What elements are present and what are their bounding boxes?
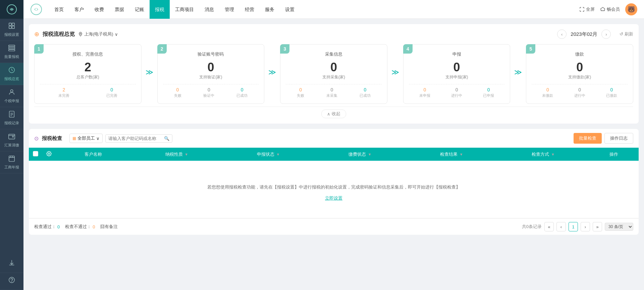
stat-item: 0 已缴款 <box>606 87 617 98</box>
filter-tag[interactable]: ▼ <box>551 152 555 156</box>
filter-tag[interactable]: ▼ <box>276 152 280 156</box>
batch-tax-icon <box>8 44 15 53</box>
stat-val: 0 <box>578 87 581 92</box>
sidebar-item-label: 批量报税 <box>4 54 19 59</box>
stat-val: 0 <box>110 87 113 92</box>
collapse-btn[interactable]: ∧ 收起 <box>321 110 346 118</box>
filter-tag[interactable]: ▼ <box>368 152 372 156</box>
sidebar-item-label: 汇算清缴 <box>4 143 19 148</box>
sidebar-item-tax-overview[interactable]: 报税总览 <box>0 63 23 85</box>
stat-item: 2 未完善 <box>58 87 69 98</box>
nav-accounting[interactable]: 记账 <box>129 0 150 19</box>
prev-page-btn[interactable]: ‹ <box>556 222 566 231</box>
step-number-4: 4 <box>403 44 413 54</box>
vip-btn[interactable]: 畅会员 <box>600 6 620 12</box>
nav-invoices[interactable]: 票据 <box>109 0 129 19</box>
stat-item: 0 未采集 <box>326 87 337 98</box>
settlement-icon <box>8 133 15 142</box>
sidebar-item-download[interactable] <box>0 256 23 273</box>
stat-name: 进行中 <box>451 93 462 98</box>
personal-report-icon <box>8 88 15 97</box>
avatar[interactable]: 🐻 <box>625 3 637 15</box>
stat-item: 0 失败 <box>297 87 304 98</box>
sidebar-item-help[interactable] <box>0 273 23 290</box>
nav-tax[interactable]: 报税 <box>150 0 170 19</box>
location-tag[interactable]: 上海(电子税局) ∨ <box>78 31 118 37</box>
nav-settings[interactable]: 设置 <box>280 0 300 19</box>
step-arrow: ≫ <box>268 41 276 104</box>
data-table: 客户名称 纳税性质 ▼ 申报状态 ▼ 缴费状态 ▼ <box>29 148 639 218</box>
fail-val[interactable]: 0 <box>93 224 95 229</box>
batch-check-btn[interactable]: 批量检查 <box>574 133 602 144</box>
stat-name: 未完善 <box>58 93 69 98</box>
fullscreen-btn[interactable]: 全屏 <box>579 6 595 12</box>
step-title-2: 验证账号密码 <box>163 51 259 57</box>
refresh-btn[interactable]: ↺ 刷新 <box>620 31 633 37</box>
last-page-btn[interactable]: » <box>593 222 602 231</box>
sidebar-item-tax-records[interactable]: 报税记录 <box>0 107 23 129</box>
chevron-down-icon: ∨ <box>115 32 118 37</box>
step-count-5: 0 <box>532 60 628 74</box>
nav-fees[interactable]: 收费 <box>89 0 109 19</box>
topnav-right: 全屏 畅会员 🐻 <box>579 3 637 15</box>
nav-messages[interactable]: 消息 <box>199 0 219 19</box>
footer-fail: 检查不通过： 0 <box>65 224 95 230</box>
month-text: 2023年02月 <box>571 31 597 38</box>
step-label-4: 支持申报(家) <box>409 74 505 80</box>
stat-item: 0 未申报 <box>419 87 430 98</box>
col-label: 检查结果 <box>440 152 458 157</box>
sidebar-item-batch-tax[interactable]: 批量报税 <box>0 41 23 63</box>
stat-val: 0 <box>423 87 426 92</box>
svg-rect-4 <box>12 26 14 28</box>
table-empty-row: 若您想使用报税检查功能，请先在【报税设置】中进行报税的初始化设置，完成密码验证和… <box>29 161 639 218</box>
stat-name: 未缴款 <box>542 93 553 98</box>
sidebar-item-personal-report[interactable]: 个税申报 <box>0 85 23 107</box>
stat-val: 0 <box>176 87 179 92</box>
tax-overview-icon <box>8 66 15 75</box>
setup-link[interactable]: 立即设置 <box>325 196 342 201</box>
pass-val[interactable]: 0 <box>57 224 60 229</box>
stat-name: 失败 <box>297 93 304 98</box>
sidebar-item-annual-report[interactable]: 工商年报 <box>0 151 23 173</box>
footer-pass: 检查通过： 0 <box>34 224 60 230</box>
overview-title: 报税流程总览 <box>43 31 75 38</box>
nav-clients[interactable]: 客户 <box>69 0 89 19</box>
next-month-btn[interactable]: › <box>601 29 611 39</box>
stat-item: 0 已成功 <box>360 87 371 98</box>
first-page-btn[interactable]: « <box>544 222 554 231</box>
sidebar-item-tax-settings[interactable]: 报税设置 <box>0 19 23 41</box>
help-icon <box>8 276 15 285</box>
employee-filter[interactable]: ▦ 全部员工 ∨ <box>69 134 103 143</box>
next-page-btn[interactable]: › <box>581 222 590 231</box>
operation-log-btn[interactable]: 操作日志 <box>604 133 633 144</box>
stat-name: 已成功 <box>236 93 248 98</box>
flow-step-3: 3 采集信息 0 支持采集(家) 0 失败 0 未采集 <box>280 44 387 104</box>
col-tax-type: 纳税性质 ▼ <box>131 148 222 161</box>
refresh-label: 刷新 <box>625 31 633 37</box>
nav-home[interactable]: 首页 <box>49 0 69 19</box>
prev-month-btn[interactable]: ‹ <box>557 29 567 39</box>
svg-rect-7 <box>9 50 15 51</box>
nav-management[interactable]: 管理 <box>219 0 239 19</box>
collapse-icon: ∧ <box>327 112 330 117</box>
download-icon <box>8 259 15 268</box>
search-input[interactable] <box>108 136 162 141</box>
nav-operations[interactable]: 经营 <box>239 0 260 19</box>
sidebar-item-settlement[interactable]: 汇算清缴 <box>0 129 23 151</box>
annual-report-icon <box>8 155 15 164</box>
note-label: 囧有备注 <box>100 224 118 230</box>
pagination: 共0条记录 « ‹ 1 › » 30 条/页 50 条/页 100 条/页 <box>522 222 633 231</box>
filter-tag[interactable]: ▼ <box>184 152 188 156</box>
check-filter: ▦ 全部员工 ∨ 🔍 <box>69 134 172 143</box>
table-wrap: 客户名称 纳税性质 ▼ 申报状态 ▼ 缴费状态 ▼ <box>29 148 639 218</box>
per-page-select[interactable]: 30 条/页 50 条/页 100 条/页 <box>605 223 633 231</box>
step-title-1: 授权、完善信息 <box>40 51 136 57</box>
step-count-4: 0 <box>409 60 505 74</box>
vip-label: 畅会员 <box>607 6 620 12</box>
search-icon[interactable]: 🔍 <box>164 136 169 141</box>
nav-business[interactable]: 工商项目 <box>170 0 199 19</box>
topnav-logo <box>30 3 42 15</box>
select-all-checkbox[interactable] <box>33 151 38 156</box>
nav-service[interactable]: 服务 <box>260 0 280 19</box>
filter-tag[interactable]: ▼ <box>460 152 463 156</box>
